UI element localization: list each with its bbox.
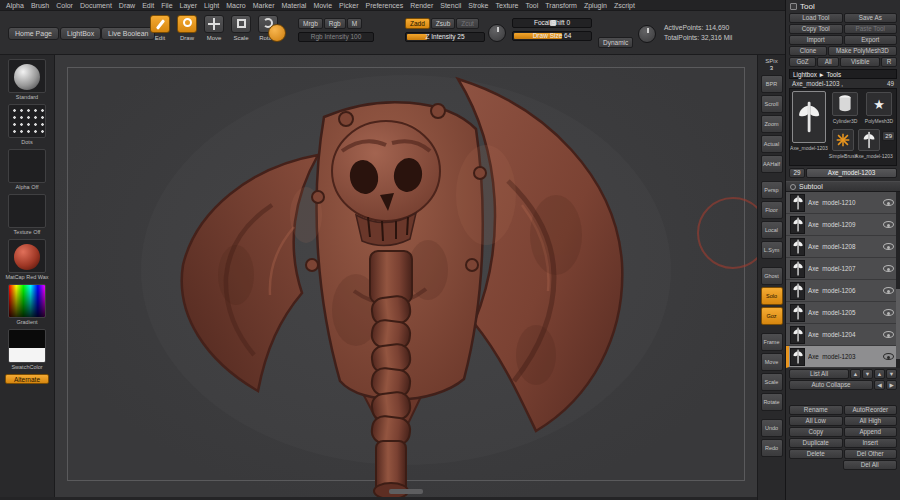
focal-shift-slider[interactable]: Focal Shift 0 bbox=[512, 18, 592, 28]
goz-button[interactable]: GoZ bbox=[789, 57, 816, 67]
lightbox-tools-breadcrumb[interactable]: Lightbox ► Tools bbox=[789, 69, 897, 79]
menu-item[interactable]: Stroke bbox=[468, 2, 488, 9]
paint-mode-button[interactable]: M bbox=[347, 18, 362, 29]
right-shelf-button[interactable]: Floor bbox=[761, 201, 783, 219]
active-tool-thumbnail[interactable] bbox=[792, 91, 826, 143]
right-shelf-button[interactable]: Scroll bbox=[761, 95, 783, 113]
visibility-eye-icon[interactable] bbox=[883, 309, 894, 316]
right-shelf-button[interactable]: Persp bbox=[761, 181, 783, 199]
dynamic-button[interactable]: Dynamic bbox=[598, 37, 633, 48]
visibility-eye-icon[interactable] bbox=[883, 331, 894, 338]
menu-item[interactable]: Marker bbox=[253, 2, 275, 9]
subtool-row[interactable]: Axe_model-1209 bbox=[786, 214, 900, 236]
right-shelf-button[interactable]: Frame bbox=[761, 333, 783, 351]
subtool-collapse-arrow-button[interactable]: ▶ bbox=[886, 380, 897, 390]
right-shelf-button[interactable]: Ghost bbox=[761, 267, 783, 285]
paint-mode-button[interactable]: Rgb bbox=[324, 18, 346, 29]
menu-item[interactable]: Material bbox=[281, 2, 306, 9]
delete-button[interactable]: Delete bbox=[789, 449, 843, 459]
menu-item[interactable]: Transform bbox=[545, 2, 577, 9]
subtool-nav-arrow-button[interactable]: ▼ bbox=[886, 369, 897, 379]
right-shelf-button[interactable]: BPR bbox=[761, 75, 783, 93]
sculpt-mode-button[interactable]: Zcut bbox=[456, 18, 479, 29]
swatch-selector[interactable]: SwatchColor bbox=[5, 329, 49, 370]
subtool-row[interactable]: Axe_model-1206 bbox=[786, 280, 900, 302]
subtool-row[interactable]: Axe_model-1203 bbox=[786, 346, 900, 368]
insert-button[interactable]: Insert bbox=[844, 438, 898, 448]
home-page-button[interactable]: Home Page bbox=[8, 27, 59, 40]
color-picker[interactable]: Gradient bbox=[5, 284, 49, 325]
paint-mode-button[interactable]: Mrgb bbox=[298, 18, 323, 29]
visibility-eye-icon[interactable] bbox=[883, 199, 894, 206]
menu-item[interactable]: Stencil bbox=[440, 2, 461, 9]
cylinder3d-thumbnail[interactable] bbox=[832, 92, 858, 116]
simplebrush-thumbnail[interactable] bbox=[832, 129, 854, 151]
rgb-intensity-slider[interactable]: Rgb Intensity 100 bbox=[298, 32, 374, 42]
subtool-row[interactable]: Axe_model-1205 bbox=[786, 302, 900, 324]
make-polymesh3d-button[interactable]: Make PolyMesh3D bbox=[828, 46, 897, 56]
menu-item[interactable]: Layer bbox=[180, 2, 198, 9]
active-tool-name-bar[interactable]: Axe_model-1203 bbox=[806, 168, 897, 178]
del-all-button[interactable]: Del All bbox=[843, 460, 898, 470]
subtool-nav-arrow-button[interactable]: ▲ bbox=[850, 369, 861, 379]
texture-selector[interactable]: Texture Off bbox=[5, 194, 49, 235]
load-tool-button[interactable]: Load Tool bbox=[789, 13, 843, 23]
subtool-nav-arrow-button[interactable]: ▲ bbox=[874, 369, 885, 379]
menu-item[interactable]: Alpha bbox=[6, 2, 24, 9]
draw-mode-button[interactable]: Draw bbox=[175, 15, 199, 41]
lightbox-button[interactable]: LightBox bbox=[60, 27, 101, 40]
export-button[interactable]: Export bbox=[844, 35, 898, 45]
focal-knob-icon[interactable] bbox=[488, 24, 506, 42]
points-dial-icon[interactable] bbox=[638, 25, 656, 43]
sculpt-mode-button[interactable]: Zsub bbox=[431, 18, 455, 29]
alternate-button[interactable]: Alternate bbox=[5, 374, 49, 384]
tool-palette-header[interactable]: Tool bbox=[786, 0, 900, 12]
duplicate-button[interactable]: Duplicate bbox=[789, 438, 843, 448]
recent-axe-thumbnail[interactable] bbox=[858, 129, 880, 151]
subtool-row[interactable]: Axe_model-1204 bbox=[786, 324, 900, 346]
import-button[interactable]: Import bbox=[789, 35, 843, 45]
menu-item[interactable]: Brush bbox=[31, 2, 49, 9]
clone-button[interactable]: Clone bbox=[789, 46, 827, 56]
visibility-eye-icon[interactable] bbox=[883, 287, 894, 294]
goz-visible-button[interactable]: Visible bbox=[840, 57, 880, 67]
del-other-button[interactable]: Del Other bbox=[844, 449, 898, 459]
auto-reorder-button[interactable]: AutoReorder bbox=[844, 405, 898, 415]
spix-slider[interactable]: SPix 3 bbox=[758, 58, 785, 72]
menu-item[interactable]: Preferences bbox=[366, 2, 404, 9]
right-shelf-button[interactable]: Rotate bbox=[761, 393, 783, 411]
subtool-scrollbar-thumb[interactable] bbox=[896, 289, 900, 359]
visibility-eye-icon[interactable] bbox=[883, 265, 894, 272]
all-low-button[interactable]: All Low bbox=[789, 416, 843, 426]
menu-item[interactable]: Texture bbox=[495, 2, 518, 9]
save-as-button[interactable]: Save As bbox=[844, 13, 898, 23]
move-mode-button[interactable]: Move bbox=[202, 15, 226, 41]
subtool-row[interactable]: Axe_model-1208 bbox=[786, 236, 900, 258]
copy-tool-button[interactable]: Copy Tool bbox=[789, 24, 843, 34]
menu-item[interactable]: Draw bbox=[119, 2, 135, 9]
right-shelf-button[interactable]: Zoom bbox=[761, 115, 783, 133]
menu-item[interactable]: Document bbox=[80, 2, 112, 9]
draw-size-slider[interactable]: Draw Size 64 bbox=[512, 31, 592, 41]
viewport[interactable] bbox=[55, 55, 757, 497]
menu-item[interactable]: Macro bbox=[226, 2, 245, 9]
material-selector[interactable]: MatCap Red Wax bbox=[5, 239, 49, 280]
right-shelf-button[interactable]: Local bbox=[761, 221, 783, 239]
edit-mode-button[interactable]: Edit bbox=[148, 15, 172, 41]
right-shelf-button[interactable]: Scale bbox=[761, 373, 783, 391]
right-shelf-button[interactable]: Move bbox=[761, 353, 783, 371]
visibility-eye-icon[interactable] bbox=[883, 243, 894, 250]
right-shelf-button[interactable]: Solo bbox=[761, 287, 783, 305]
right-shelf-button[interactable]: L.Sym bbox=[761, 241, 783, 259]
menu-item[interactable]: Tool bbox=[525, 2, 538, 9]
subtool-row[interactable]: Axe_model-1210 bbox=[786, 192, 900, 214]
sculpt-mode-button[interactable]: Zadd bbox=[405, 18, 430, 29]
rename-button[interactable]: Rename bbox=[789, 405, 843, 415]
scale-mode-button[interactable]: Scale bbox=[229, 15, 253, 41]
goz-r-button[interactable]: R bbox=[881, 57, 897, 67]
menu-item[interactable]: Color bbox=[56, 2, 73, 9]
visibility-eye-icon[interactable] bbox=[883, 221, 894, 228]
subtool-section-header[interactable]: Subtool bbox=[786, 181, 900, 192]
menu-item[interactable]: Zscript bbox=[614, 2, 635, 9]
alpha-selector[interactable]: Alpha Off bbox=[5, 149, 49, 190]
